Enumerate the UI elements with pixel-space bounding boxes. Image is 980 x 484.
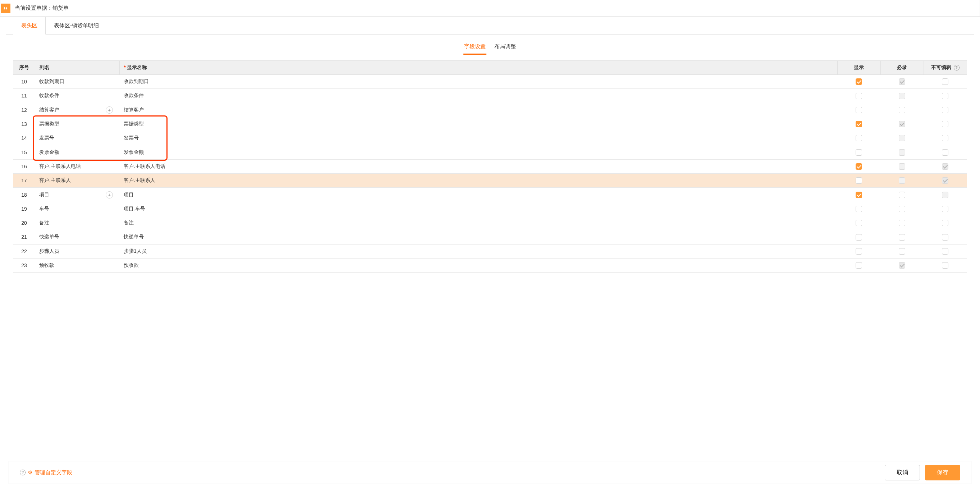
show-checkbox[interactable] (856, 121, 862, 127)
plus-icon[interactable]: + (106, 107, 113, 114)
primary-tabs: 表头区表体区-销货单明细 (13, 17, 974, 35)
show-checkbox[interactable] (856, 192, 862, 198)
required-checkbox[interactable] (899, 206, 905, 212)
show-checkbox[interactable] (856, 177, 862, 184)
table-row: 19车号项目.车号 (13, 202, 967, 216)
row-seq: 10 (13, 75, 35, 89)
row-seq: 15 (13, 145, 35, 159)
col-header-seq: 序号 (13, 61, 35, 75)
page-title: 当前设置单据：销货单 (10, 5, 68, 11)
show-checkbox[interactable] (856, 78, 862, 85)
noedit-checkbox[interactable] (942, 135, 948, 141)
row-name: 项目+ (35, 188, 119, 202)
noedit-checkbox[interactable] (942, 206, 948, 212)
row-display-name[interactable]: 结算客户 (119, 103, 837, 117)
table-row: 20备注备注 (13, 216, 967, 230)
show-checkbox[interactable] (856, 234, 862, 240)
row-seq: 12 (13, 103, 35, 117)
noedit-checkbox[interactable] (942, 78, 948, 85)
noedit-checkbox[interactable] (942, 234, 948, 240)
row-name: 预收款 (35, 258, 119, 272)
show-checkbox[interactable] (856, 248, 862, 255)
row-seq: 17 (13, 174, 35, 188)
row-name: 结算客户+ (35, 103, 119, 117)
row-display-name[interactable]: 项目.车号 (119, 202, 837, 216)
row-display-name[interactable]: 票据类型 (119, 117, 837, 131)
show-checkbox[interactable] (856, 149, 862, 156)
row-name: 步骤人员 (35, 244, 119, 258)
row-seq: 22 (13, 244, 35, 258)
show-checkbox[interactable] (856, 163, 862, 170)
col-header-displayname: *显示名称 (119, 61, 837, 75)
row-name: 快递单号 (35, 230, 119, 244)
table-row: 23预收款预收款 (13, 258, 967, 272)
table-row: 22步骤人员步骤1人员 (13, 244, 967, 258)
table-row: 16客户.主联系人电话客户.主联系人电话 (13, 159, 967, 174)
noedit-checkbox (942, 163, 948, 170)
noedit-checkbox[interactable] (942, 220, 948, 226)
row-seq: 13 (13, 117, 35, 131)
row-display-name[interactable]: 快递单号 (119, 230, 837, 244)
header-bar: 当前设置单据：销货单 (0, 0, 980, 16)
table-row: 11收款条件收款条件 (13, 89, 967, 103)
cancel-button[interactable]: 取消 (885, 465, 920, 481)
row-display-name[interactable]: 项目 (119, 188, 837, 202)
plus-icon[interactable]: + (106, 191, 113, 199)
required-checkbox[interactable] (899, 234, 905, 240)
show-checkbox[interactable] (856, 135, 862, 141)
row-display-name[interactable]: 预收款 (119, 258, 837, 272)
row-name: 备注 (35, 216, 119, 230)
table-row: 21快递单号快递单号 (13, 230, 967, 244)
fields-table: 序号 列名 *显示名称 显示 必录 不可编辑 ? (13, 61, 967, 272)
noedit-checkbox[interactable] (942, 262, 948, 269)
primary-tab-1[interactable]: 表体区-销货单明细 (46, 17, 107, 35)
table-row: 17客户.主联系人客户.主联系人 (13, 174, 967, 188)
col-header-show: 显示 (837, 61, 880, 75)
noedit-checkbox[interactable] (942, 121, 948, 127)
required-checkbox (899, 177, 905, 184)
noedit-checkbox (942, 177, 948, 184)
primary-tab-0[interactable]: 表头区 (13, 17, 46, 35)
secondary-tab-1[interactable]: 布局调整 (493, 41, 517, 55)
required-checkbox[interactable] (899, 192, 905, 198)
save-button[interactable]: 保存 (925, 465, 960, 481)
table-row: 10收款到期日收款到期日 (13, 75, 967, 89)
help-icon[interactable]: ? (20, 470, 25, 475)
row-display-name[interactable]: 备注 (119, 216, 837, 230)
manage-custom-fields-link[interactable]: 管理自定义字段 (35, 469, 72, 476)
show-checkbox[interactable] (856, 93, 862, 99)
row-seq: 21 (13, 230, 35, 244)
noedit-checkbox[interactable] (942, 93, 948, 99)
table-row: 14发票号发票号 (13, 131, 967, 145)
noedit-checkbox[interactable] (942, 248, 948, 255)
required-checkbox[interactable] (899, 248, 905, 255)
help-icon[interactable]: ? (954, 65, 959, 70)
row-seq: 11 (13, 89, 35, 103)
show-checkbox[interactable] (856, 220, 862, 226)
required-checkbox (899, 121, 905, 127)
noedit-checkbox[interactable] (942, 149, 948, 156)
required-checkbox[interactable] (899, 107, 905, 113)
row-display-name[interactable]: 客户.主联系人 (119, 174, 837, 188)
row-display-name[interactable]: 发票金额 (119, 145, 837, 159)
row-display-name[interactable]: 步骤1人员 (119, 244, 837, 258)
show-checkbox[interactable] (856, 206, 862, 212)
row-seq: 18 (13, 188, 35, 202)
noedit-checkbox[interactable] (942, 107, 948, 113)
row-display-name[interactable]: 发票号 (119, 131, 837, 145)
row-display-name[interactable]: 收款到期日 (119, 75, 837, 89)
row-seq: 20 (13, 216, 35, 230)
required-checkbox[interactable] (899, 220, 905, 226)
row-display-name[interactable]: 客户.主联系人电话 (119, 159, 837, 174)
sidebar-toggle-button[interactable] (1, 3, 10, 13)
secondary-tab-0[interactable]: 字段设置 (463, 41, 487, 55)
show-checkbox[interactable] (856, 262, 862, 269)
row-display-name[interactable]: 收款条件 (119, 89, 837, 103)
row-seq: 23 (13, 258, 35, 272)
row-name: 客户.主联系人电话 (35, 159, 119, 174)
row-name: 收款到期日 (35, 75, 119, 89)
chevron-right-double-icon (3, 6, 8, 11)
required-checkbox (899, 135, 905, 141)
required-checkbox (899, 93, 905, 99)
show-checkbox[interactable] (856, 107, 862, 113)
